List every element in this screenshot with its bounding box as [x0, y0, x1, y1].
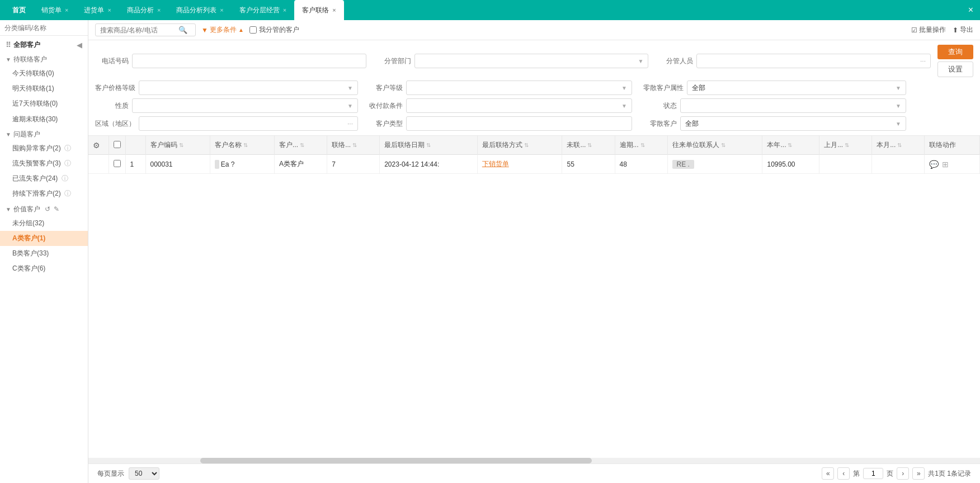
close-icon[interactable]: × — [283, 7, 286, 13]
sort-icon[interactable]: ⇅ — [788, 142, 792, 148]
sidebar-item-tomorrow[interactable]: 明天待联络(1) — [0, 81, 88, 96]
sidebar-item-declining[interactable]: 持续下滑客户(2) ⓘ — [0, 186, 88, 201]
scatter-customer-select[interactable]: 全部 ▼ — [680, 116, 906, 131]
nav-tab-analysis-list[interactable]: 商品分析列表 × — [168, 0, 231, 20]
col-index — [125, 136, 145, 155]
chevron-down-icon: ▼ — [638, 58, 643, 64]
nav-tab-customer-segment[interactable]: 客户分层经营 × — [232, 0, 294, 20]
last-page-btn[interactable]: » — [912, 467, 925, 480]
settings-button[interactable]: 设置 — [937, 61, 973, 77]
contact-method-link[interactable]: 下销货单 — [482, 160, 509, 168]
sidebar-item-7days[interactable]: 近7天待联络(0) — [0, 96, 88, 111]
refresh-icon[interactable]: ↺ — [45, 205, 50, 213]
sidebar-item-ungrouped[interactable]: 未分组(32) — [0, 216, 88, 231]
close-icon[interactable]: × — [220, 7, 223, 13]
scrollbar-thumb[interactable] — [200, 458, 592, 463]
chat-icon[interactable]: 💬 — [929, 160, 939, 169]
dept-label: 分管部门 — [378, 56, 411, 66]
sidebar-collapse-icon[interactable]: ◀ — [77, 41, 82, 49]
select-all-checkbox[interactable] — [114, 141, 121, 148]
sidebar-item-today[interactable]: 今天待联络(0) — [0, 66, 88, 81]
top-nav: 首页 销货单 × 进货单 × 商品分析 × 商品分析列表 × 客户分层经营 × … — [0, 0, 980, 20]
prev-page-btn[interactable]: ‹ — [837, 467, 850, 480]
qr-icon[interactable]: ⊞ — [942, 160, 949, 169]
nav-tab-analysis[interactable]: 商品分析 × — [119, 0, 168, 20]
col-contact-label: 联络... — [332, 140, 351, 150]
export-btn[interactable]: ⬆ 导出 — [953, 25, 973, 35]
info-icon: ⓘ — [64, 159, 71, 167]
phone-input[interactable] — [132, 54, 366, 68]
search-button[interactable]: 查询 — [937, 45, 973, 59]
sort-icon[interactable]: ⇅ — [845, 142, 849, 148]
close-icon[interactable]: × — [157, 7, 161, 13]
row-action-icons: 💬 ⊞ — [929, 160, 975, 169]
region-label: 区域（地区） — [95, 119, 135, 129]
my-customers-check[interactable] — [249, 26, 257, 34]
edit-icon[interactable]: ✎ — [54, 205, 59, 213]
per-page-select[interactable]: 50 100 200 — [129, 467, 159, 480]
nav-tab-home[interactable]: 首页 — [4, 0, 34, 20]
sidebar-item-abnormal[interactable]: 囤购异常客户(2) ⓘ — [0, 141, 88, 156]
sort-icon[interactable]: ⇅ — [524, 142, 529, 148]
close-all-icon[interactable]: × — [968, 5, 973, 15]
page-input[interactable] — [863, 468, 883, 479]
row-this-month-cell — [872, 155, 925, 174]
row-settings-cell — [88, 155, 109, 174]
sort-icon[interactable]: ⇅ — [640, 142, 645, 148]
sort-icon[interactable]: ⇅ — [587, 142, 592, 148]
nav-tab-purchase[interactable]: 进货单 × — [76, 0, 119, 20]
nature-select[interactable]: ▼ — [132, 98, 358, 113]
sidebar-search-input[interactable] — [4, 24, 88, 32]
price-level-select[interactable]: ▼ — [139, 80, 358, 95]
sort-icon[interactable]: ⇅ — [300, 142, 304, 148]
close-icon[interactable]: × — [332, 7, 336, 13]
manager-input[interactable]: ··· — [696, 54, 931, 68]
more-filters-btn[interactable]: ▼ 更多条件 ▲ — [201, 25, 244, 35]
customer-tag — [215, 160, 219, 169]
my-customers-checkbox: 我分管的客户 — [249, 25, 299, 35]
pagination-right: « ‹ 第 页 › » 共1页 1条记录 — [822, 467, 971, 480]
sort-icon[interactable]: ⇅ — [352, 142, 357, 148]
close-icon[interactable]: × — [107, 7, 111, 13]
customer-level-select[interactable]: ▼ — [406, 80, 632, 95]
sidebar-item-overdue[interactable]: 逾期未联络(30) — [0, 112, 88, 127]
first-page-btn[interactable]: « — [822, 467, 834, 480]
status-select[interactable]: ▼ — [680, 98, 906, 113]
sort-icon[interactable]: ⇅ — [243, 142, 248, 148]
col-settings: ⚙ — [88, 136, 109, 155]
sort-icon[interactable]: ⇅ — [721, 142, 725, 148]
sidebar-item-churned[interactable]: 已流失客户(24) ⓘ — [0, 171, 88, 186]
sort-icon[interactable]: ⇅ — [426, 142, 431, 148]
sidebar-section-pending[interactable]: ▼ 待联络客户 — [0, 52, 88, 66]
sidebar-section-problem[interactable]: ▼ 问题客户 — [0, 127, 88, 141]
export-icon: ⬆ — [953, 26, 958, 34]
sidebar-search-box: 🔍 — [0, 20, 88, 36]
customer-type-label: 客户类型 — [369, 119, 403, 129]
sort-icon[interactable]: ⇅ — [897, 142, 902, 148]
search-input[interactable] — [100, 26, 178, 34]
col-last-method-label: 最后联络方式 — [482, 140, 522, 150]
next-page-btn[interactable]: › — [897, 467, 909, 480]
sidebar-item-type-b[interactable]: B类客户(33) — [0, 246, 88, 261]
dept-select[interactable]: ▼ — [414, 54, 649, 68]
sidebar-item-type-c[interactable]: C类客户(6) — [0, 261, 88, 276]
nav-tab-customer-contact[interactable]: 客户联络 × — [294, 0, 343, 20]
search-icon[interactable]: 🔍 — [178, 26, 187, 34]
nav-tab-sales[interactable]: 销货单 × — [34, 0, 76, 20]
filter-nature: 性质 ▼ — [95, 98, 358, 113]
horizontal-scrollbar[interactable] — [88, 458, 980, 463]
customer-type-input[interactable] — [406, 116, 632, 131]
row-checkbox[interactable] — [114, 160, 121, 167]
settings-gear-icon[interactable]: ⚙ — [93, 141, 100, 150]
region-input[interactable]: ··· — [139, 116, 358, 131]
all-customers-title[interactable]: ⠿ 全部客户 — [6, 40, 40, 50]
sidebar-item-type-a[interactable]: A类客户(1) — [0, 231, 88, 246]
close-icon[interactable]: × — [65, 7, 68, 13]
payment-select[interactable]: ▼ — [406, 98, 632, 113]
batch-op-btn[interactable]: ☑ 批量操作 — [911, 25, 946, 35]
scatter-attr-select[interactable]: 全部 ▼ — [687, 80, 906, 95]
sort-icon[interactable]: ⇅ — [179, 142, 183, 148]
sidebar-section-value[interactable]: ▼ 价值客户 ↺ ✎ — [0, 202, 88, 216]
sidebar-item-churn-warning[interactable]: 流失预警客户(3) ⓘ — [0, 156, 88, 171]
sidebar-all-customers-header: ⠿ 全部客户 ◀ — [0, 36, 88, 52]
